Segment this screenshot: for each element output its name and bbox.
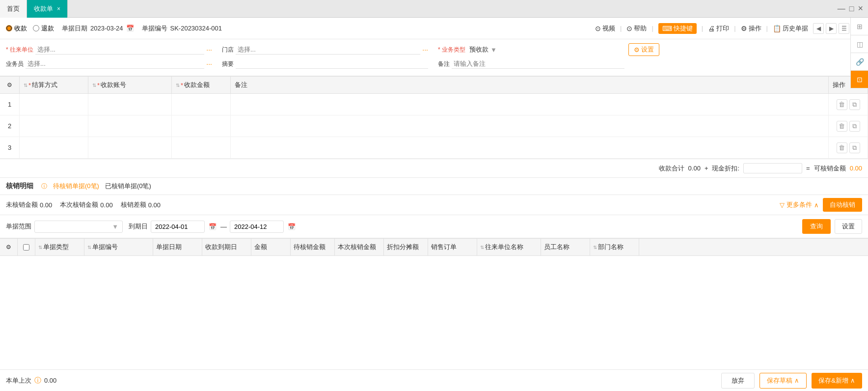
minimize-icon[interactable]: —	[838, 4, 845, 13]
tab-close-icon[interactable]: ×	[57, 5, 60, 12]
receipt-radio[interactable]: 收款	[6, 24, 27, 33]
counterpart-input[interactable]	[35, 45, 204, 55]
rp-expand-icon[interactable]: ⊡	[851, 71, 868, 88]
bth-checkbox[interactable]	[18, 239, 35, 255]
help-icon: ⊙	[626, 25, 632, 32]
pending-verify-tab[interactable]: 待核销单据(0笔)	[53, 182, 99, 191]
store-input[interactable]	[236, 45, 420, 55]
chevron-up-icon: ∧	[814, 201, 819, 209]
history-label: 历史单据	[783, 24, 808, 33]
td-settlement-1[interactable]	[20, 94, 88, 115]
business-type-dropdown-icon[interactable]: ▼	[490, 46, 497, 54]
td-account-2[interactable]	[88, 115, 172, 137]
video-btn[interactable]: ⊙ 视频	[595, 24, 615, 33]
due-date-from-input[interactable]	[151, 221, 205, 233]
store-label: 门店	[222, 46, 234, 54]
td-amount-1[interactable]	[172, 94, 231, 115]
next-icon[interactable]: ▶	[826, 23, 837, 34]
range-select[interactable]: ▼	[34, 221, 123, 233]
tab-receipt[interactable]: 收款单 ×	[27, 0, 68, 18]
due-date-to-input[interactable]	[230, 221, 284, 233]
td-row-num-2: 2	[0, 115, 20, 137]
th-remark: 备注	[231, 77, 829, 93]
bth-settings[interactable]: ⚙	[0, 239, 18, 255]
staff-field: 业务员 ···	[6, 59, 212, 69]
calendar-icon[interactable]: 📅	[126, 25, 134, 32]
prev-icon[interactable]: ◀	[813, 23, 824, 34]
save-new-btn[interactable]: 保存&新增 ∧	[812, 373, 862, 389]
delete-row-2-btn[interactable]: 🗑	[837, 121, 847, 132]
counterpart-more-btn[interactable]: ···	[206, 46, 212, 54]
counterpart-label: 往来单位	[6, 46, 33, 54]
done-verify-tab[interactable]: 已核销单据(0笔)	[105, 182, 151, 191]
diff-stat: 核销差额 0.00	[121, 200, 161, 209]
td-remark-2[interactable]	[231, 115, 829, 137]
filter-icon: ▽	[780, 201, 785, 209]
close-icon[interactable]: ×	[858, 3, 863, 14]
print-label: 打印	[716, 24, 729, 33]
date-separator: —	[220, 223, 227, 230]
toolbar-right: ⊙ 视频 | ⊙ 帮助 | ⌨ 快捷键 | 🖨 打印 | ⚙ 操作	[595, 23, 862, 34]
rp-table-icon[interactable]: ⊞	[851, 18, 868, 35]
history-btn[interactable]: 📋 历史单据	[773, 24, 808, 33]
store-more-btn[interactable]: ···	[422, 46, 428, 54]
video-label: 视频	[602, 24, 615, 33]
td-amount-3[interactable]	[172, 137, 231, 158]
td-settlement-3[interactable]	[20, 137, 88, 158]
rp-form-icon[interactable]: ◫	[851, 35, 868, 53]
verify-title: 核销明细	[6, 182, 33, 191]
verify-amount-label: 可核销金额	[814, 164, 846, 173]
remarks-input[interactable]	[452, 59, 624, 69]
form-settings-btn[interactable]: ⚙ 设置	[628, 43, 659, 56]
help-btn[interactable]: ⊙ 帮助	[626, 24, 647, 33]
td-remark-1[interactable]	[231, 94, 829, 115]
tab-receipt-label: 收款单	[34, 4, 53, 13]
discount-input[interactable]	[743, 163, 802, 173]
bth-order: 销售订单	[428, 239, 477, 255]
td-amount-2[interactable]	[172, 115, 231, 137]
shortcut-btn[interactable]: ⌨ 快捷键	[658, 23, 697, 34]
maximize-icon[interactable]: □	[849, 4, 854, 13]
th-settings[interactable]: ⚙	[0, 77, 20, 93]
bth-type: ⇅ 单据类型	[35, 239, 84, 255]
verify-amount-value: 0.00	[850, 165, 862, 172]
save-draft-btn[interactable]: 保存草稿 ∧	[760, 373, 807, 389]
more-conditions-btn[interactable]: ▽ 更多条件 ∧	[780, 200, 819, 209]
td-settlement-2[interactable]	[20, 115, 88, 137]
unverified-stat: 未核销金额 0.00	[6, 200, 52, 209]
copy-row-3-btn[interactable]: ⧉	[849, 142, 860, 153]
calendar-to-icon[interactable]: 📅	[288, 223, 296, 230]
verify-section: 核销明细 ⓘ 待核销单据(0笔) 已核销单据(0笔) 未核销金额 0.00 本次…	[0, 178, 868, 369]
footer-info: 本单上次 ⓘ 0.00	[6, 376, 56, 385]
due-date-label: 到期日	[129, 222, 148, 231]
list-icon[interactable]: ☰	[839, 23, 849, 34]
plus-sign: +	[705, 165, 708, 172]
staff-input[interactable]	[26, 59, 204, 69]
td-remark-3[interactable]	[231, 137, 829, 158]
delete-row-3-btn[interactable]: 🗑	[837, 142, 847, 153]
rp-link-icon[interactable]: 🔗	[851, 53, 868, 71]
select-all-checkbox[interactable]	[23, 244, 29, 251]
staff-more-btn[interactable]: ···	[206, 60, 212, 68]
footer-actions: 放弃 保存草稿 ∧ 保存&新增 ∧	[721, 373, 862, 389]
current-verify-stat: 本次核销金额 0.00	[60, 200, 112, 209]
footer-info-icon[interactable]: ⓘ	[34, 376, 41, 385]
tab-home[interactable]: 首页	[0, 0, 27, 18]
refund-radio[interactable]: 退款	[33, 24, 54, 33]
query-btn[interactable]: 查询	[802, 219, 831, 234]
operations-btn[interactable]: ⚙ 操作	[741, 24, 761, 33]
copy-row-1-btn[interactable]: ⧉	[849, 99, 860, 110]
copy-row-2-btn[interactable]: ⧉	[849, 121, 860, 132]
td-account-1[interactable]	[88, 94, 172, 115]
filter-settings-btn[interactable]: 设置	[835, 219, 862, 234]
abandon-btn[interactable]: 放弃	[721, 373, 755, 389]
auto-verify-btn[interactable]: 自动核销	[823, 198, 862, 212]
table-header: ⚙ ⇅ * 结算方式 ⇅ * 收款账号 ⇅ * 收款金额 备注 操作	[0, 76, 868, 94]
td-account-3[interactable]	[88, 137, 172, 158]
summary-input[interactable]	[236, 59, 428, 69]
delete-row-1-btn[interactable]: 🗑	[837, 99, 847, 110]
calendar-from-icon[interactable]: 📅	[209, 223, 217, 230]
doc-num-value: SK-20230324-001	[170, 25, 222, 32]
doc-num-field: 单据编号 SK-20230324-001	[142, 24, 222, 33]
print-btn[interactable]: 🖨 打印	[708, 24, 729, 33]
